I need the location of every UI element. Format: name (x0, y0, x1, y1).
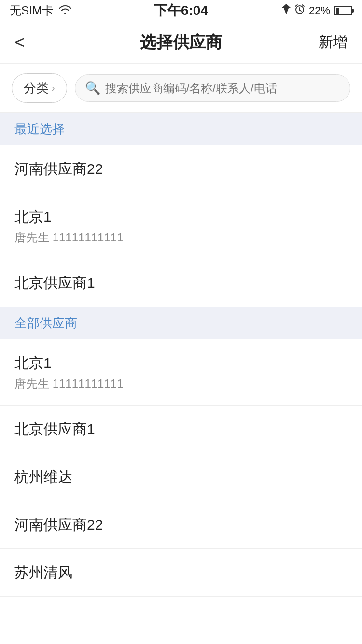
list-item[interactable]: 苏州清风 (0, 549, 362, 597)
search-box: 🔍 (75, 74, 350, 102)
item-name: 北京供应商1 (14, 419, 348, 439)
recent-section-header: 最近选择 (0, 113, 362, 145)
list-item[interactable]: 河南供应商22 (0, 501, 362, 549)
filter-bar: 分类 › 🔍 (0, 64, 362, 113)
all-section-header: 全部供应商 (0, 307, 362, 339)
item-name: 北京1 (14, 353, 348, 373)
list-item[interactable]: 北京1唐先生 11111111111 (0, 193, 362, 259)
item-name: 河南供应商22 (14, 515, 348, 535)
status-time: 下午6:04 (154, 1, 208, 20)
back-button[interactable]: < (14, 32, 43, 53)
chevron-right-icon: › (52, 83, 55, 94)
all-section-label: 全部供应商 (14, 316, 77, 330)
item-sub: 唐先生 11111111111 (14, 376, 348, 392)
category-label: 分类 (24, 80, 49, 97)
svg-line-3 (295, 5, 297, 6)
svg-line-4 (302, 5, 304, 6)
item-name: 河南供应商22 (14, 159, 348, 179)
alarm-icon (294, 4, 305, 17)
status-right: 22% (282, 4, 352, 17)
list-item[interactable]: 河南供应商22 (0, 145, 362, 193)
item-name: 苏州清风 (14, 562, 348, 583)
add-button[interactable]: 新增 (319, 32, 348, 52)
item-name: 杭州维达 (14, 467, 348, 487)
item-name: 北京1 (14, 207, 348, 227)
location-icon (282, 4, 291, 17)
list-item[interactable]: 北京1唐先生 11111111111 (0, 339, 362, 406)
item-name: 北京供应商1 (14, 273, 348, 293)
list-item[interactable]: 北京供应商1 (0, 406, 362, 453)
carrier-label: 无SIM卡 (10, 3, 54, 18)
battery-percent: 22% (309, 4, 330, 17)
svg-line-2 (300, 10, 301, 11)
list-item[interactable]: 北京供应商1 (0, 259, 362, 307)
item-sub: 唐先生 11111111111 (14, 230, 348, 245)
page-title: 选择供应商 (140, 31, 222, 54)
category-button[interactable]: 分类 › (12, 73, 67, 103)
status-left: 无SIM卡 (10, 3, 72, 18)
nav-bar: < 选择供应商 新增 (0, 21, 362, 64)
recent-list: 河南供应商22北京1唐先生 11111111111北京供应商1 (0, 145, 362, 307)
search-icon: 🔍 (85, 81, 100, 96)
all-list: 北京1唐先生 11111111111北京供应商1杭州维达河南供应商22苏州清风 (0, 339, 362, 597)
wifi-icon (58, 4, 72, 17)
list-item[interactable]: 杭州维达 (0, 453, 362, 501)
recent-section-label: 最近选择 (14, 122, 65, 136)
battery-icon (334, 6, 352, 15)
status-bar: 无SIM卡 下午6:04 22% (0, 0, 362, 21)
search-input[interactable] (105, 82, 340, 95)
